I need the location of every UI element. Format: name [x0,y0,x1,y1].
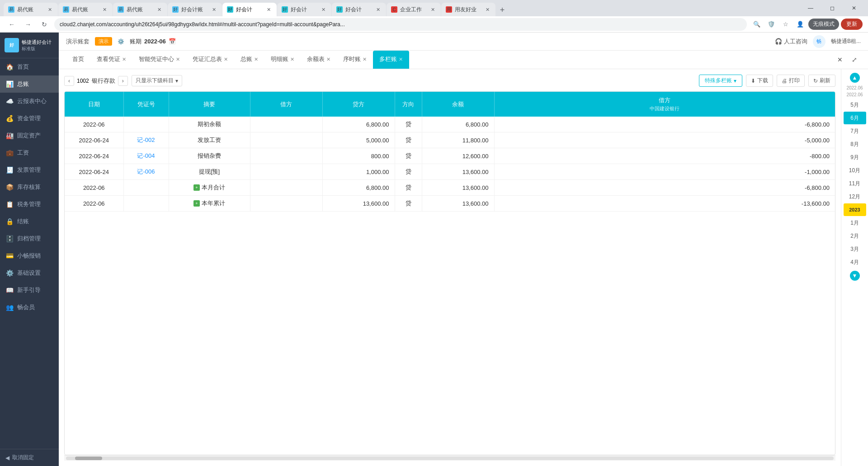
nav-tab-smart-voucher[interactable]: 智能凭证中心✕ [132,51,186,69]
browser-tab-8[interactable]: C 企业工作 ✕ [387,3,441,16]
tab-close-icon[interactable]: ✕ [210,6,217,13]
nav-tab-close-sequence-ledger[interactable]: ✕ [363,56,367,62]
tab-close-icon[interactable]: ✕ [320,6,327,13]
sidebar-item-salary[interactable]: 💼 工资 [0,144,59,161]
month-item-9月[interactable]: 9月 [844,151,866,164]
tab-favicon: 易 [8,6,14,13]
unpin-button[interactable]: ◀ 取消固定 [5,454,53,461]
tab-close-icon[interactable]: ✕ [374,6,382,13]
month-item-10月[interactable]: 10月 [844,164,866,177]
sidebar-item-tax[interactable]: 📋 税务管理 [0,196,59,213]
consult-button[interactable]: 🎧 人工咨询 [775,38,807,46]
month-item-7月[interactable]: 7月 [844,125,866,137]
print-button[interactable]: 🖨 打印 [777,75,805,87]
nav-tab-close-voucher-summary[interactable]: ✕ [224,56,228,62]
search-icon[interactable]: 🔍 [750,18,763,31]
next-account-button[interactable]: › [118,76,128,86]
month-item-2023[interactable]: 2023 [844,203,866,216]
nav-tab-detail-ledger[interactable]: 明细账✕ [264,51,301,69]
voucher-link[interactable]: 记-002 [137,137,155,143]
month-item-8月[interactable]: 8月 [844,138,866,151]
tab-close-icon[interactable]: ✕ [484,6,491,13]
profile-icon[interactable]: 👤 [794,18,807,31]
nav-tab-close-detail-ledger[interactable]: ✕ [290,56,294,62]
sidebar-item-ledger[interactable]: 📊 总账 [0,75,59,93]
nav-tab-balance-table[interactable]: 余额表✕ [301,51,337,69]
nav-tab-sequence-ledger[interactable]: 序时账✕ [337,51,373,69]
sidebar-item-settings[interactable]: ⚙️ 基础设置 [0,264,59,282]
url-bar[interactable]: cloud2.chanjet.com/accounting/uh26t264j5… [54,18,747,31]
user-avatar[interactable]: 畅 [813,35,826,48]
update-button[interactable]: 更新 [841,19,863,30]
month-item-12月[interactable]: 12月 [844,190,866,203]
reload-button[interactable]: ↻ [38,18,51,31]
nav-tab-close-general-ledger[interactable]: ✕ [254,56,258,62]
sidebar-item-guide[interactable]: 📖 新手引导 [0,282,59,299]
settings-icon[interactable]: ⚙️ [118,38,124,45]
prev-account-button[interactable]: ‹ [64,76,74,86]
tab-close-icon[interactable]: ✕ [46,6,53,13]
scroll-up-button[interactable]: ▲ [850,73,860,83]
new-tab-button[interactable]: + [496,4,509,16]
minimize-button[interactable]: ― [800,0,821,16]
browser-tab-4[interactable]: 好 好会计账 ✕ [168,3,222,16]
nav-tab-general-ledger[interactable]: 总账✕ [234,51,264,69]
sidebar-item-fund[interactable]: 💰 资金管理 [0,110,59,127]
month-item-4月[interactable]: 4月 [844,256,866,268]
browser-tab-7[interactable]: 好 好会计 ✕ [332,3,386,16]
nav-tab-close-smart-voucher[interactable]: ✕ [176,56,180,62]
sidebar-item-archive[interactable]: 🗄️ 归档管理 [0,230,59,247]
tab-close-icon[interactable]: ✕ [265,6,272,13]
refresh-button[interactable]: ↻ 刷新 [808,75,835,87]
close-button[interactable]: ✕ [844,0,864,16]
browser-tab-3[interactable]: 易 易代账 ✕ [113,3,167,16]
browser-tab-5[interactable]: 好 好会计 ✕ [222,3,277,16]
download-button[interactable]: ⬇ 下载 [746,75,773,87]
month-item-6月[interactable]: 6月 [844,112,866,124]
filter-dropdown[interactable]: 只显示下级科目 ▾ [132,75,182,86]
sidebar-item-home[interactable]: 🏠 首页 [0,58,59,75]
sidebar-item-cloud-report[interactable]: ☁️ 云报表中心 [0,93,59,110]
month-item-3月[interactable]: 3月 [844,243,866,255]
month-item-11月[interactable]: 11月 [844,177,866,190]
voucher-link[interactable]: 记-004 [137,152,155,159]
forward-button[interactable]: → [22,18,34,31]
maximize-button[interactable]: ◻ [822,0,843,16]
month-item-5月[interactable]: 5月 [844,99,866,111]
sidebar-item-inventory[interactable]: 📦 库存核算 [0,179,59,196]
cell-summary: +本月合计 [169,180,250,196]
nav-tab-home[interactable]: 首页 [66,51,90,69]
horizontal-scrollbar[interactable] [64,455,835,461]
voucher-link[interactable]: 记-006 [137,168,155,175]
browser-tab-1[interactable]: 易 易代账 ✕ [4,3,58,16]
nav-tab-close-balance-table[interactable]: ✕ [326,56,330,62]
browser-tab-6[interactable]: 好 好会计 ✕ [277,3,331,16]
sidebar-item-member[interactable]: 👥 畅会员 [0,299,59,316]
month-item-2月[interactable]: 2月 [844,230,866,242]
scroll-down-button[interactable]: ▼ [850,271,860,281]
close-panel-button[interactable]: ✕ [834,53,846,66]
tab-close-icon[interactable]: ✕ [101,6,108,13]
star-icon[interactable]: ☆ [779,18,792,31]
nav-tab-label-sequence-ledger: 序时账 [343,55,361,63]
sidebar-item-expense[interactable]: 💳 小畅报销 [0,247,59,264]
expand-panel-button[interactable]: ⤢ [848,53,861,66]
nav-tab-view-voucher[interactable]: 查看凭证✕ [90,51,132,69]
nav-tab-multi-column[interactable]: 多栏账✕ [373,51,409,69]
nav-tab-voucher-summary[interactable]: 凭证汇总表✕ [186,51,234,69]
back-button[interactable]: ← [5,18,18,31]
tab-close-icon[interactable]: ✕ [156,6,163,13]
tab-navigation: 首页查看凭证✕智能凭证中心✕凭证汇总表✕总账✕明细账✕余额表✕序时账✕多栏账✕ … [59,51,868,69]
sidebar-item-fixed-asset[interactable]: 🏭 固定资产 [0,127,59,144]
browser-tab-2[interactable]: 易 易代账 ✕ [58,3,113,16]
browser-tab-9[interactable]: 用 用友好业 ✕ [441,3,495,16]
nav-tab-close-multi-column[interactable]: ✕ [399,56,403,62]
nav-tab-close-view-voucher[interactable]: ✕ [122,56,126,62]
month-item-1月[interactable]: 1月 [844,217,866,229]
sidebar-item-close[interactable]: 🔒 结账 [0,213,59,230]
sidebar-item-invoice[interactable]: 🧾 发票管理 [0,161,59,179]
incognito-button[interactable]: 无痕模式 [808,19,839,30]
tab-close-icon[interactable]: ✕ [429,6,436,13]
special-multi-button[interactable]: 特殊多栏账 ▾ [699,75,742,87]
calendar-icon[interactable]: 📅 [169,38,176,45]
